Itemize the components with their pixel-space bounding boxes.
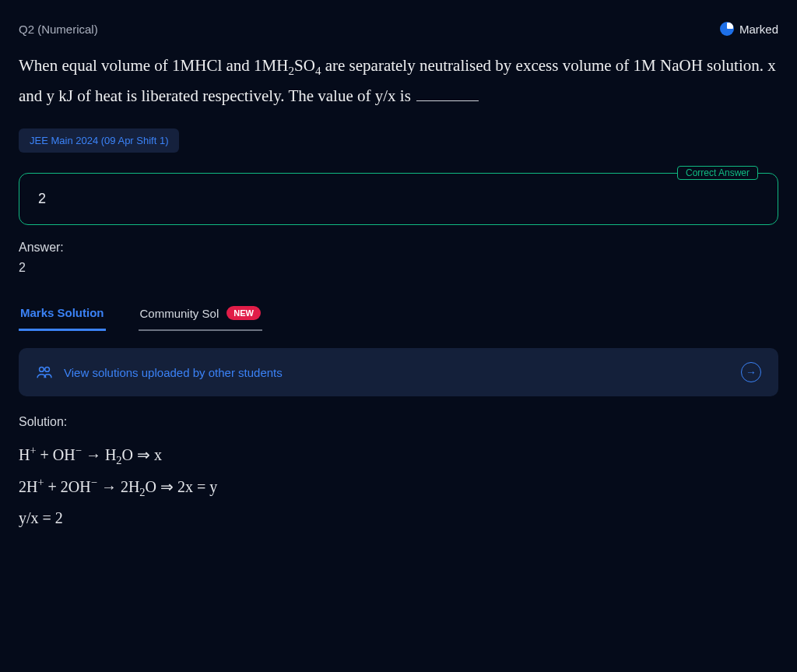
question-number: Q2 (Numerical) bbox=[19, 23, 98, 36]
question-text: When equal volume of 1MHCl and 1MH2SO4 a… bbox=[19, 51, 778, 111]
correct-answer-badge: Correct Answer bbox=[677, 166, 758, 180]
solution-label: Solution: bbox=[19, 415, 778, 429]
bookmark-icon bbox=[720, 22, 734, 36]
tab-marks-solution[interactable]: Marks Solution bbox=[19, 298, 106, 331]
solution-line-2: 2H+ + 2OH− → 2H2O ⇒ 2x = y bbox=[19, 472, 778, 503]
new-badge: NEW bbox=[226, 306, 261, 320]
tab-community-sol[interactable]: Community Sol NEW bbox=[139, 298, 262, 331]
question-header: Q2 (Numerical) Marked bbox=[19, 22, 778, 36]
view-solutions-row[interactable]: View solutions uploaded by other student… bbox=[19, 348, 778, 396]
tab-label: Community Sol bbox=[140, 307, 219, 320]
marked-label: Marked bbox=[739, 23, 778, 36]
view-solutions-text: View solutions uploaded by other student… bbox=[64, 366, 283, 379]
answer-value: 2 bbox=[19, 261, 778, 275]
tab-label: Marks Solution bbox=[20, 306, 104, 319]
people-icon bbox=[36, 365, 53, 379]
correct-answer-value: 2 bbox=[19, 173, 778, 225]
arrow-right-icon: → bbox=[741, 362, 761, 382]
solution-body: H+ + OH− → H2O ⇒ x 2H+ + 2OH− → 2H2O ⇒ 2… bbox=[19, 440, 778, 533]
marked-indicator[interactable]: Marked bbox=[720, 22, 778, 36]
solution-line-1: H+ + OH− → H2O ⇒ x bbox=[19, 440, 778, 471]
svg-point-1 bbox=[45, 368, 50, 372]
answer-label: Answer: bbox=[19, 241, 778, 255]
solution-tabs: Marks Solution Community Sol NEW bbox=[19, 298, 778, 331]
solution-line-3: y/x = 2 bbox=[19, 503, 778, 533]
correct-answer-box: Correct Answer 2 bbox=[19, 173, 778, 225]
exam-tag[interactable]: JEE Main 2024 (09 Apr Shift 1) bbox=[19, 128, 179, 153]
svg-point-0 bbox=[40, 368, 44, 372]
